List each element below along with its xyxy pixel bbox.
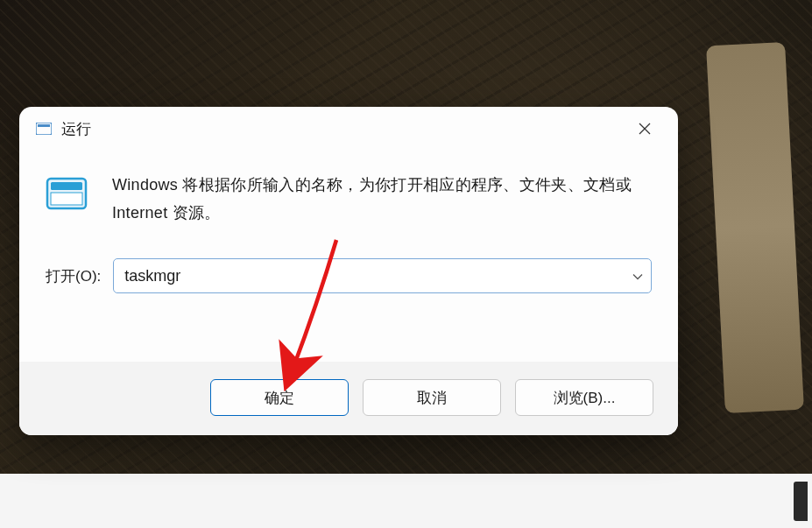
dialog-footer: 确定 取消 浏览(B)... [19, 362, 678, 435]
browse-button[interactable]: 浏览(B)... [515, 379, 653, 416]
dialog-body: Windows 将根据你所输入的名称，为你打开相应的程序、文件夹、文档或 Int… [19, 147, 678, 327]
info-row: Windows 将根据你所输入的名称，为你打开相应的程序、文件夹、文档或 Int… [46, 172, 652, 227]
run-large-icon [46, 175, 88, 212]
svg-rect-1 [38, 124, 50, 127]
run-dialog: 运行 Windows 将根据你所输入的名称，为你打开相应的程序、文件夹、文档或 … [19, 107, 678, 435]
combo-wrapper [113, 258, 652, 293]
dialog-title: 运行 [61, 119, 91, 139]
open-label: 打开(O): [46, 266, 101, 286]
input-row: 打开(O): [46, 258, 652, 293]
run-title-icon [35, 122, 53, 136]
ok-button[interactable]: 确定 [210, 379, 349, 416]
close-button[interactable] [627, 115, 662, 143]
svg-rect-5 [51, 182, 82, 190]
description-text: Windows 将根据你所输入的名称，为你打开相应的程序、文件夹、文档或 Int… [112, 172, 652, 227]
taskbar-edge-item[interactable] [794, 482, 808, 521]
cancel-button[interactable]: 取消 [363, 379, 501, 416]
svg-rect-6 [51, 193, 82, 205]
open-input[interactable] [113, 258, 652, 293]
close-icon [639, 123, 651, 135]
taskbar[interactable] [0, 474, 812, 528]
titlebar-left: 运行 [35, 119, 91, 139]
titlebar: 运行 [19, 107, 678, 147]
